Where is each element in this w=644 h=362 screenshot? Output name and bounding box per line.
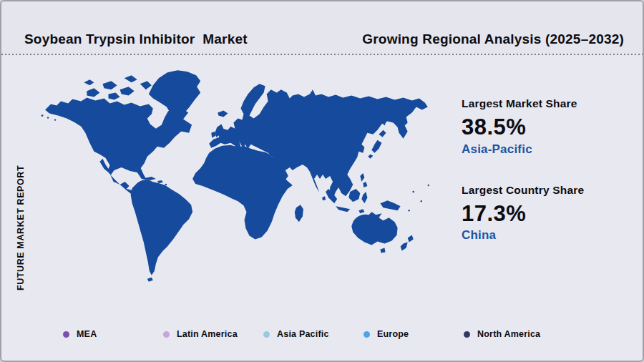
market-title: Soybean Trypsin Inhibitor Market <box>24 31 248 47</box>
legend-item-asia-pacific: Asia Pacific <box>263 329 364 339</box>
map-south-america <box>131 180 192 275</box>
legend-item-mea: MEA <box>63 329 163 339</box>
stat-country-share: Largest Country Share 17.3% China <box>462 184 630 243</box>
map-madagascar <box>295 205 303 222</box>
stat-region: China <box>462 228 630 243</box>
stat-market-share: Largest Market Share 38.5% Asia-Pacific <box>462 97 630 157</box>
legend-label: MEA <box>77 329 97 339</box>
stat-value: 38.5% <box>462 116 630 140</box>
map-greenland <box>149 70 200 119</box>
legend-label: Europe <box>377 329 409 339</box>
infographic-frame: Soybean Trypsin Inhibitor Market Growing… <box>0 0 644 362</box>
latin-america-dot-icon <box>163 331 170 338</box>
legend-label: North America <box>477 329 540 339</box>
legend: MEA Latin America Asia Pacific Europe No… <box>63 329 564 339</box>
stats-panel: Largest Market Share 38.5% Asia-Pacific … <box>462 97 630 270</box>
main-area: FUTURE MARKET REPORT <box>1 56 643 362</box>
north-america-dot-icon <box>464 331 470 338</box>
header: Soybean Trypsin Inhibitor Market Growing… <box>1 1 643 56</box>
europe-dot-icon <box>364 331 370 338</box>
world-map <box>39 62 453 293</box>
map-north-america <box>45 97 192 204</box>
legend-label: Latin America <box>177 329 238 339</box>
world-map-svg <box>39 62 453 293</box>
legend-label: Asia Pacific <box>277 329 329 339</box>
brand-vertical-label: FUTURE MARKET REPORT <box>11 165 30 290</box>
mea-dot-icon <box>63 331 69 338</box>
stat-region: Asia-Pacific <box>462 142 630 157</box>
legend-item-latin-america: Latin America <box>163 329 263 339</box>
legend-item-north-america: North America <box>464 329 564 339</box>
stat-label: Largest Market Share <box>462 97 630 110</box>
stat-value: 17.3% <box>462 202 630 226</box>
stat-label: Largest Country Share <box>462 184 630 197</box>
legend-item-europe: Europe <box>364 329 464 339</box>
map-australia <box>351 212 397 245</box>
report-subtitle: Growing Regional Analysis (2025–2032) <box>362 31 624 47</box>
asia-pacific-dot-icon <box>263 331 270 338</box>
